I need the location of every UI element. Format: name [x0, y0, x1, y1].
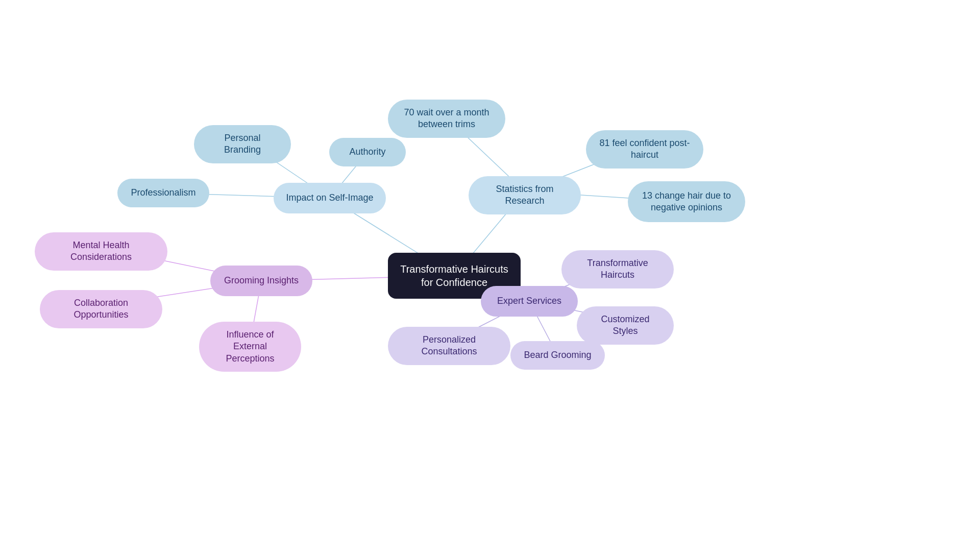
- node-mental-health: Mental Health Considerations: [35, 232, 167, 271]
- node-grooming-insights: Grooming Insights: [210, 266, 312, 296]
- node-statistics-research: Statistics from Research: [469, 176, 581, 214]
- node-customized-styles: Customized Styles: [577, 306, 674, 345]
- node-beard-grooming: Beard Grooming: [510, 341, 605, 370]
- node-feel-confident: 81 feel confident post-haircut: [586, 130, 703, 169]
- node-expert-services: Expert Services: [481, 286, 578, 317]
- node-professionalism: Professionalism: [117, 179, 209, 207]
- node-wait-month: 70 wait over a month between trims: [388, 100, 505, 138]
- node-authority: Authority: [329, 138, 406, 166]
- node-change-hair: 13 change hair due to negative opinions: [628, 181, 745, 222]
- mindmap-container: Transformative Haircuts for ConfidenceIm…: [0, 0, 980, 553]
- node-personal-branding: Personal Branding: [194, 125, 291, 163]
- node-personalized-consultations: Personalized Consultations: [388, 327, 510, 365]
- node-transformative-haircuts: Transformative Haircuts: [561, 250, 674, 288]
- node-influence-perceptions: Influence of External Perceptions: [199, 322, 301, 372]
- node-collaboration: Collaboration Opportunities: [40, 290, 162, 328]
- node-impact-self-image: Impact on Self-Image: [274, 183, 386, 213]
